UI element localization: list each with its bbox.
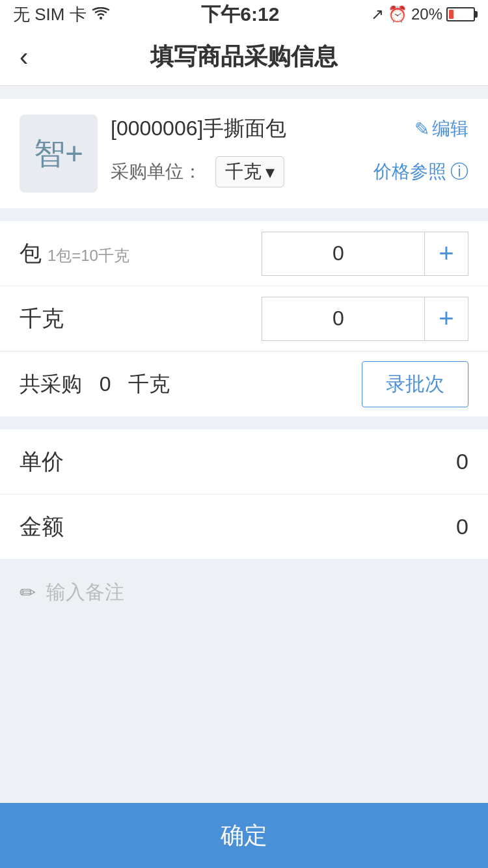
product-thumbnail: 智+ bbox=[20, 115, 98, 193]
edit-icon: ✎ bbox=[414, 118, 429, 140]
total-amount: 0 bbox=[100, 372, 111, 396]
kg-plus-button[interactable]: + bbox=[424, 297, 468, 341]
status-bar: 无 SIM 卡 下午6:12 ↗ ⏰ 20% bbox=[0, 0, 488, 29]
price-reference-button[interactable]: 价格参照 ⓘ bbox=[373, 159, 468, 184]
bao-input-row: 包 1包=10千克 + bbox=[0, 221, 488, 286]
amount-row: 金额 0 bbox=[0, 495, 488, 560]
bao-plus-button[interactable]: + bbox=[424, 232, 468, 276]
bao-field-wrapper: + bbox=[262, 232, 468, 276]
battery-icon bbox=[446, 7, 475, 21]
alarm-icon: ⏰ bbox=[388, 5, 407, 23]
confirm-button[interactable]: 确定 bbox=[0, 803, 488, 868]
total-label: 共采购 bbox=[20, 372, 82, 396]
edit-label: 编辑 bbox=[432, 116, 468, 141]
bao-quantity-input[interactable] bbox=[262, 232, 424, 276]
total-row: 共采购 0 千克 录批次 bbox=[0, 351, 488, 416]
wifi-icon bbox=[92, 5, 110, 25]
product-name: [0000006]手撕面包 bbox=[111, 115, 286, 143]
bao-label: 包 bbox=[20, 241, 42, 265]
status-left: 无 SIM 卡 bbox=[13, 3, 110, 26]
record-batch-button[interactable]: 录批次 bbox=[362, 361, 468, 407]
amount-label: 金额 bbox=[20, 512, 64, 542]
unit-select[interactable]: 千克 ▾ bbox=[215, 156, 284, 187]
pencil-icon: ✏ bbox=[20, 581, 36, 604]
bao-sub-label: 1包=10千克 bbox=[47, 247, 129, 264]
section-divider-2 bbox=[0, 416, 488, 429]
price-section: 单价 0 金额 0 bbox=[0, 429, 488, 560]
battery-fill bbox=[449, 10, 454, 19]
page-title: 填写商品采购信息 bbox=[150, 41, 338, 73]
info-icon: ⓘ bbox=[450, 159, 468, 184]
location-icon: ↗ bbox=[371, 5, 384, 23]
bao-label-group: 包 1包=10千克 bbox=[20, 239, 262, 269]
input-section: 包 1包=10千克 + 千克 + bbox=[0, 221, 488, 351]
total-unit: 千克 bbox=[128, 372, 170, 396]
kg-label-group: 千克 bbox=[20, 304, 262, 334]
no-sim-text: 无 SIM 卡 bbox=[13, 3, 87, 26]
battery-percent: 20% bbox=[411, 5, 442, 23]
nav-bar: ‹ 填写商品采购信息 bbox=[0, 29, 488, 86]
status-right: ↗ ⏰ 20% bbox=[371, 5, 475, 23]
unit-price-value: 0 bbox=[456, 449, 468, 474]
back-button[interactable]: ‹ bbox=[20, 42, 28, 72]
svg-point-0 bbox=[100, 17, 102, 20]
section-divider-1 bbox=[0, 208, 488, 221]
total-text: 共采购 0 千克 bbox=[20, 370, 170, 399]
kg-label: 千克 bbox=[20, 306, 64, 331]
unit-price-row: 单价 0 bbox=[0, 429, 488, 495]
note-placeholder-text: 输入备注 bbox=[46, 579, 124, 606]
price-ref-label: 价格参照 bbox=[373, 159, 446, 184]
product-info: [0000006]手撕面包 ✎ 编辑 采购单位： 千克 ▾ 价格参照 ⓘ bbox=[111, 115, 468, 187]
unit-price-label: 单价 bbox=[20, 447, 64, 477]
product-name-row: [0000006]手撕面包 ✎ 编辑 bbox=[111, 115, 468, 143]
purchase-unit-label: 采购单位： bbox=[111, 161, 202, 182]
product-card: 智+ [0000006]手撕面包 ✎ 编辑 采购单位： 千克 ▾ 价格参照 ⓘ bbox=[0, 99, 488, 208]
kg-input-row: 千克 + bbox=[0, 286, 488, 351]
kg-field-wrapper: + bbox=[262, 297, 468, 341]
amount-value: 0 bbox=[456, 514, 468, 539]
kg-quantity-input[interactable] bbox=[262, 297, 424, 341]
product-logo: 智+ bbox=[34, 133, 83, 174]
dropdown-arrow-icon: ▾ bbox=[265, 161, 275, 183]
purchase-unit-row: 采购单位： 千克 ▾ 价格参照 ⓘ bbox=[111, 156, 468, 187]
note-section[interactable]: ✏ 输入备注 bbox=[0, 560, 488, 625]
status-time: 下午6:12 bbox=[201, 1, 279, 28]
edit-button[interactable]: ✎ 编辑 bbox=[414, 116, 468, 141]
unit-selector-wrapper: 采购单位： 千克 ▾ bbox=[111, 156, 284, 187]
unit-value: 千克 bbox=[225, 159, 262, 184]
